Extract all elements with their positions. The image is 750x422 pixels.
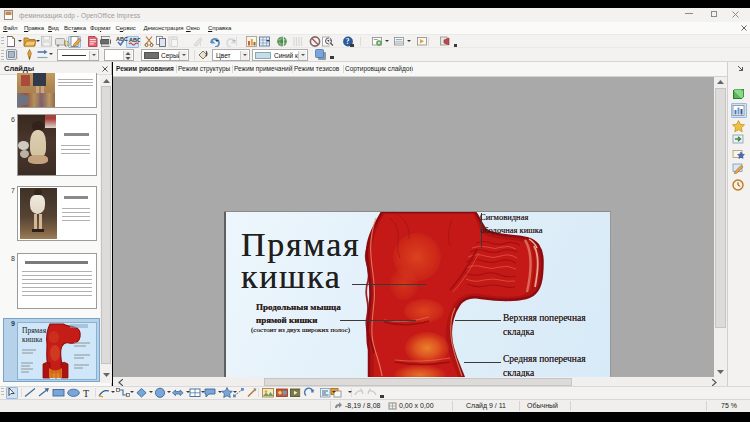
svg-text:?: ? [346,37,350,46]
svg-text:ABC: ABC [116,36,128,42]
svg-text:Прямая: Прямая [22,326,47,335]
svg-text:T: T [83,388,89,399]
svg-text:кишка: кишка [22,335,43,344]
